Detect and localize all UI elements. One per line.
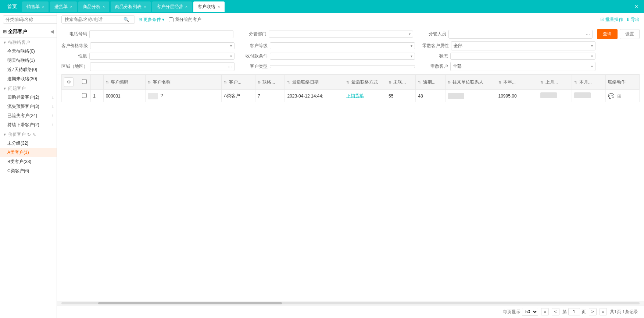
sidebar-item-today[interactable]: 今天待联络(0): [0, 47, 57, 56]
sidebar-item-7days[interactable]: 近7天待联络(0): [0, 65, 57, 74]
first-page-button[interactable]: «: [541, 308, 549, 315]
tab-customer-contact[interactable]: 客户联络 ×: [193, 1, 224, 12]
sort-last-date-icon: ⇅: [287, 80, 290, 84]
filter-dept-select[interactable]: ▾: [269, 31, 413, 38]
sort-contact-icon: ⇅: [258, 80, 261, 84]
settings-button[interactable]: 设置: [620, 29, 640, 39]
section-pending-contact[interactable]: ▼ 待联络客户: [0, 38, 57, 47]
sidebar-item-tomorrow[interactable]: 明天待联络(1): [0, 56, 57, 65]
col-no-contact[interactable]: ⇅ 未联...: [386, 75, 415, 90]
col-index: [91, 75, 103, 90]
filter-row-2: 客户价格等级 ▾ 客户等级 ▾ 零散客户属性: [61, 41, 640, 50]
filter-retail-attr-value: 全部: [454, 43, 462, 49]
chat-action-icon[interactable]: 💬: [608, 93, 614, 99]
page-number-input[interactable]: [568, 308, 580, 315]
col-last-date[interactable]: ⇅ 最后联络日期: [285, 75, 344, 90]
section-arrow-value: ▼: [3, 132, 7, 137]
info-icon-churn-warning: ℹ: [52, 105, 54, 109]
my-customers-checkbox[interactable]: [169, 17, 173, 22]
refresh-icon[interactable]: ↻: [27, 132, 31, 137]
edit-icon[interactable]: ✎: [32, 132, 36, 137]
filter-status-label: 状态: [422, 53, 448, 59]
row-name-cell: ?: [146, 90, 222, 102]
filter-region-select[interactable]: ···: [90, 62, 235, 71]
close-analysis-tab[interactable]: ×: [103, 4, 105, 9]
sidebar-item-b-class[interactable]: B类客户(33): [0, 157, 57, 166]
section-value-customers[interactable]: ▼ 价值客户 ↻ ✎: [0, 130, 57, 139]
scroll-thumb[interactable]: [98, 302, 282, 304]
col-contact2[interactable]: ⇅ 往来单位联系人: [445, 75, 496, 90]
top-navigation: 首页 销售单 × 进货单 × 商品分析 × 商品分析列表 × 客户分层经营 × …: [0, 0, 644, 13]
tab-sales[interactable]: 销售单 ×: [22, 1, 49, 12]
scroll-track[interactable]: [61, 302, 640, 304]
sidebar-item-a-class[interactable]: A类客户(1): [0, 148, 57, 157]
filter-price-level-arrow: ▾: [230, 44, 232, 48]
filter-retail-attr-select[interactable]: 全部 ▾: [451, 41, 595, 50]
query-button[interactable]: 查询: [597, 29, 618, 39]
row-action-buttons: 💬 ⊞: [608, 93, 637, 99]
next-page-button[interactable]: >: [589, 308, 597, 315]
col-year-amount[interactable]: ⇅ 本年...: [496, 75, 538, 90]
close-customer-tier-tab[interactable]: ×: [185, 4, 187, 9]
sidebar-collapse-icon[interactable]: ◀: [50, 29, 54, 34]
right-actions: ☑ 批量操作 ⬇ 导出: [600, 17, 640, 23]
filter-retail-select[interactable]: 全部 ▾: [450, 62, 595, 71]
sidebar-item-c-class[interactable]: C类客户(6): [0, 166, 57, 176]
col-code[interactable]: ⇅ 客户编码: [103, 75, 146, 90]
col-contact-count[interactable]: ⇅ 联络...: [255, 75, 285, 90]
filter-price-level-select[interactable]: ▾: [90, 42, 235, 49]
filter-nature-select[interactable]: ▾: [89, 53, 235, 60]
filter-person-select[interactable]: ···: [448, 30, 593, 39]
tab-purchase[interactable]: 进货单 ×: [50, 1, 76, 12]
page-size-select[interactable]: 50: [522, 308, 538, 316]
last-page-button[interactable]: »: [600, 308, 607, 315]
filter-retail-attr-label: 零散客户属性: [422, 43, 449, 49]
tab-analysis[interactable]: 商品分析 ×: [78, 1, 109, 12]
sidebar-item-unclassified[interactable]: 未分组(32): [0, 139, 57, 148]
sidebar-item-abnormal-repurchase[interactable]: 回购异常客户(2) ℹ: [0, 93, 57, 102]
sidebar-item-overdue[interactable]: 逾期未联络(30): [0, 74, 57, 84]
sort-name-icon: ⇅: [148, 80, 151, 84]
close-customer-contact-tab[interactable]: ×: [218, 4, 220, 9]
main-search-icon[interactable]: 🔍: [124, 17, 129, 22]
sidebar-all-customers-label: 全部客户: [8, 28, 27, 35]
gear-button[interactable]: ⚙: [64, 77, 74, 87]
filter-payment-select[interactable]: ▾: [270, 53, 415, 60]
close-purchase-tab[interactable]: ×: [70, 4, 72, 9]
close-sales-tab[interactable]: ×: [42, 4, 44, 9]
col-level[interactable]: ⇅ 客户...: [222, 75, 255, 90]
qr-action-icon[interactable]: ⊞: [617, 93, 622, 99]
col-last-month[interactable]: ⇅ 上月...: [538, 75, 572, 90]
advanced-filters: 电话号码 分管部门 ▾ 分管人员 ···: [57, 26, 644, 74]
sidebar-search-input[interactable]: [3, 15, 57, 24]
batch-operation-button[interactable]: ☑ 批量操作: [600, 17, 623, 23]
col-name[interactable]: ⇅ 客户名称: [146, 75, 222, 90]
pagination-bar: 每页显示 50 « < 第 页 > » 共1页 1条记录: [57, 305, 644, 318]
sidebar-item-churn-warning[interactable]: 流失预警客户(3) ℹ: [0, 102, 57, 111]
sidebar-item-declining[interactable]: 持续下滑客户(2) ℹ: [0, 120, 57, 130]
main-search-input[interactable]: [65, 17, 124, 22]
col-this-month[interactable]: ⇅ 本月...: [572, 75, 606, 90]
close-analysis-list-tab[interactable]: ×: [144, 4, 146, 9]
filter-customer-level-select[interactable]: ▾: [270, 42, 415, 49]
filter-status-select[interactable]: ▾: [450, 53, 595, 60]
col-last-method[interactable]: ⇅ 最后联络方式: [344, 75, 386, 90]
select-all-checkbox[interactable]: [82, 79, 87, 84]
row-checkbox[interactable]: [82, 93, 87, 98]
tab-customer-tier[interactable]: 客户分层经营 ×: [152, 1, 192, 12]
home-tab[interactable]: 首页: [3, 0, 21, 13]
filter-customer-level: 客户等级 ▾: [242, 42, 415, 49]
export-button[interactable]: ⬇ 导出: [626, 17, 640, 23]
filter-customer-type-select[interactable]: [270, 65, 415, 68]
filter-phone-input[interactable]: [89, 30, 233, 38]
col-overdue[interactable]: ⇅ 逾期...: [416, 75, 445, 90]
more-filters-button[interactable]: ⊟ 更多条件 ▾: [139, 17, 164, 23]
sidebar-item-churned[interactable]: 已流失客户(24) ℹ: [0, 111, 57, 120]
row-last-method-cell[interactable]: 下销货单: [344, 90, 386, 102]
prev-page-button[interactable]: <: [552, 308, 559, 315]
row-last-month-cell: [538, 90, 572, 102]
section-problem-customers[interactable]: ▼ 问题客户: [0, 84, 57, 93]
window-close-button[interactable]: ×: [632, 3, 641, 10]
tab-analysis-list[interactable]: 商品分析列表 ×: [111, 1, 150, 12]
filter-retail: 零散客户 全部 ▾: [422, 62, 595, 71]
